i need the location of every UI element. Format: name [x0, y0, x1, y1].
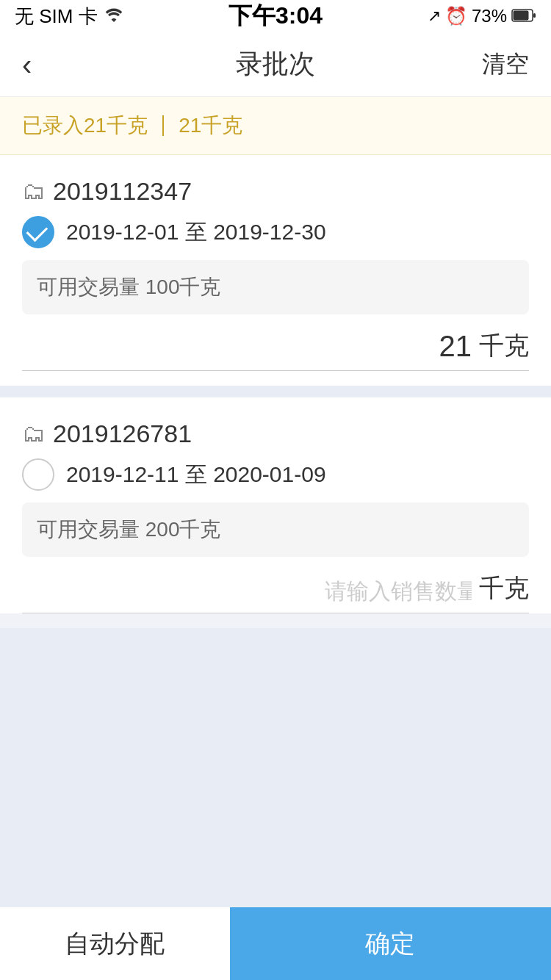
quantity-unit-1: 千克 — [479, 329, 529, 363]
batch-id-1: 2019112347 — [53, 177, 192, 206]
batch-date-2: 2019-12-11 至 2020-01-09 — [66, 460, 326, 490]
quantity-unit-2: 千克 — [479, 572, 529, 605]
batch-id-2: 2019126781 — [53, 419, 192, 448]
quantity-input-1[interactable] — [325, 330, 472, 363]
batch-doc-icon-2: 🗂 — [22, 420, 46, 447]
batch-radio-1[interactable] — [22, 216, 54, 248]
batch-available-1: 可用交易量 100千克 — [22, 260, 529, 314]
batch-header-1: 🗂 2019112347 — [22, 177, 529, 206]
quantity-input-2[interactable] — [325, 572, 472, 605]
batch-date-row-1[interactable]: 2019-12-01 至 2019-12-30 — [22, 216, 529, 248]
batch-available-2: 可用交易量 200千克 — [22, 502, 529, 557]
clear-button[interactable]: 清空 — [482, 48, 529, 81]
location-icon: ↗ — [428, 7, 441, 26]
carrier-text: 无 SIM 卡 — [15, 4, 98, 29]
batch-radio-2[interactable] — [22, 458, 54, 491]
quantity-underline-1 — [22, 370, 529, 371]
quantity-row-2: 千克 — [0, 557, 551, 605]
info-banner: 已录入21千克 21千克 — [0, 97, 551, 155]
batch-date-row-2[interactable]: 2019-12-11 至 2020-01-09 — [22, 458, 529, 491]
quantity-row-1: 千克 — [0, 314, 551, 363]
alarm-icon: ⏰ — [445, 6, 467, 26]
batch-header-2: 🗂 2019126781 — [22, 419, 529, 448]
batch-date-1: 2019-12-01 至 2019-12-30 — [66, 217, 326, 248]
battery-icon — [511, 6, 536, 26]
batch-item-2: 🗂 2019126781 2019-12-11 至 2020-01-09 可用交… — [0, 397, 551, 557]
batch-item-1: 🗂 2019112347 2019-12-01 至 2019-12-30 可用交… — [0, 155, 551, 314]
page-title: 录批次 — [236, 46, 315, 82]
status-bar: 无 SIM 卡 下午3:04 ↗ ⏰ 73% — [0, 0, 551, 32]
battery-text: 73% — [472, 6, 507, 26]
svg-rect-1 — [514, 11, 529, 21]
empty-area — [0, 628, 551, 951]
recorded-amount: 已录入21千克 — [22, 112, 148, 140]
section-divider — [0, 386, 551, 397]
batch-doc-icon-1: 🗂 — [22, 178, 46, 205]
status-right: ↗ ⏰ 73% — [428, 6, 536, 26]
confirm-button[interactable]: 确定 — [230, 907, 552, 980]
quantity-underline-2 — [22, 613, 529, 613]
bottom-bar: 自动分配 确定 — [0, 907, 551, 980]
wifi-icon — [104, 5, 124, 28]
status-left: 无 SIM 卡 — [15, 4, 124, 29]
banner-divider — [162, 115, 164, 136]
status-time: 下午3:04 — [228, 0, 323, 32]
svg-rect-2 — [533, 13, 536, 18]
back-button[interactable]: ‹ — [22, 50, 32, 79]
batch-items-container: 🗂 2019112347 2019-12-01 至 2019-12-30 可用交… — [0, 155, 551, 613]
nav-bar: ‹ 录批次 清空 — [0, 32, 551, 97]
auto-distribute-button[interactable]: 自动分配 — [0, 907, 230, 980]
total-amount: 21千克 — [179, 112, 242, 140]
